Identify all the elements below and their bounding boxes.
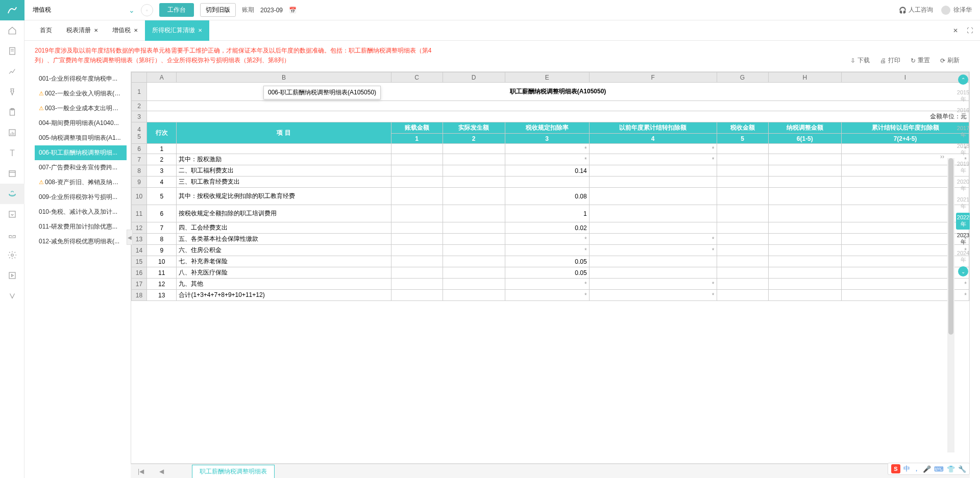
user-menu[interactable]: 徐泽华: [941, 6, 972, 15]
column-header[interactable]: I: [842, 72, 969, 83]
year-item[interactable]: 2023年: [956, 231, 970, 247]
ime-skin-icon[interactable]: 👕: [947, 465, 955, 473]
form-list-item[interactable]: ⚠008-资产折旧、摊销及纳税...: [35, 175, 127, 190]
data-cell[interactable]: [443, 279, 505, 290]
form-list-item[interactable]: 005-纳税调整项目明细表(A1...: [35, 131, 127, 145]
column-header[interactable]: H: [768, 72, 842, 83]
tab-close-icon[interactable]: ✕: [198, 28, 202, 33]
year-item[interactable]: 2024年: [956, 248, 970, 265]
sheet-tab[interactable]: 职工薪酬纳税调整明细表: [192, 465, 275, 478]
row-header[interactable]: 1: [132, 83, 147, 101]
data-cell[interactable]: 13: [147, 290, 177, 301]
data-cell[interactable]: [768, 256, 842, 267]
nav-inbox-icon[interactable]: [0, 224, 24, 245]
reset-button[interactable]: ↻重置: [911, 56, 930, 65]
data-cell[interactable]: [589, 222, 717, 234]
form-list-item[interactable]: 001-企业所得税年度纳税申...: [35, 71, 127, 86]
data-cell[interactable]: [768, 188, 842, 205]
data-cell[interactable]: [589, 177, 717, 188]
column-header[interactable]: G: [717, 72, 768, 83]
data-cell[interactable]: [717, 144, 768, 154]
data-cell[interactable]: *: [505, 245, 589, 256]
tab-3[interactable]: 所得税汇算清缴✕: [145, 20, 209, 41]
column-header[interactable]: D: [443, 72, 505, 83]
row-header[interactable]: 6: [132, 144, 147, 154]
data-cell[interactable]: [717, 234, 768, 245]
data-cell[interactable]: 0.02: [505, 222, 589, 234]
data-cell[interactable]: [768, 177, 842, 188]
data-cell[interactable]: 五、各类基本社会保障性缴款: [177, 234, 391, 245]
data-cell[interactable]: 9: [147, 245, 177, 256]
nav-clipboard-icon[interactable]: [0, 102, 24, 122]
data-cell[interactable]: [391, 165, 443, 177]
data-cell[interactable]: [589, 267, 717, 279]
data-cell[interactable]: *: [589, 144, 717, 154]
data-cell[interactable]: 1: [505, 205, 589, 222]
year-item[interactable]: 2019年: [956, 159, 970, 176]
data-cell[interactable]: *: [505, 279, 589, 290]
data-cell[interactable]: 2: [147, 154, 177, 165]
data-cell[interactable]: *: [589, 290, 717, 301]
download-button[interactable]: ⇩下载: [850, 56, 870, 65]
expand-arrows-icon[interactable]: ››: [940, 153, 944, 160]
column-header[interactable]: C: [391, 72, 443, 83]
data-cell[interactable]: [589, 205, 717, 222]
form-list-item[interactable]: 004-期间费用明细表(A1040...: [35, 116, 127, 131]
tab-2[interactable]: 增值税✕: [105, 20, 145, 41]
ime-mic-icon[interactable]: 🎤: [923, 465, 931, 473]
print-button[interactable]: 🖨打印: [880, 56, 900, 65]
tab-0[interactable]: 首页: [33, 20, 59, 41]
data-cell[interactable]: 0.05: [505, 256, 589, 267]
nav-report-icon[interactable]: [0, 122, 24, 143]
form-list-item[interactable]: 012-减免所得税优惠明细表(...: [35, 234, 127, 249]
year-item[interactable]: 2016年: [956, 106, 970, 122]
row-header[interactable]: 12: [132, 222, 147, 234]
row-header[interactable]: 15: [132, 256, 147, 267]
data-cell[interactable]: [768, 205, 842, 222]
data-cell[interactable]: [768, 154, 842, 165]
data-cell[interactable]: 11: [147, 267, 177, 279]
row-header[interactable]: 14: [132, 245, 147, 256]
data-cell[interactable]: *: [505, 234, 589, 245]
nav-v-icon[interactable]: [0, 286, 24, 306]
data-cell[interactable]: 4: [147, 177, 177, 188]
data-cell[interactable]: 0.05: [505, 267, 589, 279]
nav-play-icon[interactable]: [0, 265, 24, 286]
data-cell[interactable]: [443, 222, 505, 234]
row-header[interactable]: 13: [132, 234, 147, 245]
data-cell[interactable]: [768, 279, 842, 290]
data-cell[interactable]: [768, 165, 842, 177]
row-header[interactable]: 7: [132, 154, 147, 165]
column-header[interactable]: F: [589, 72, 717, 83]
row-header[interactable]: 3: [132, 111, 147, 122]
nav-home-icon[interactable]: [0, 20, 24, 41]
data-cell[interactable]: 其中：按税收规定比例扣除的职工教育经费: [177, 188, 391, 205]
year-item[interactable]: 2020年: [956, 177, 970, 194]
spreadsheet[interactable]: ABCDEFGHI1职工薪酬纳税调整明细表(A105050)23金额单位：元45…: [131, 71, 970, 464]
data-cell[interactable]: [768, 222, 842, 234]
collapse-handle[interactable]: ◀: [127, 230, 133, 245]
data-cell[interactable]: [391, 267, 443, 279]
nav-text-icon[interactable]: [0, 143, 24, 163]
data-cell[interactable]: *: [589, 234, 717, 245]
data-cell[interactable]: 0.14: [505, 165, 589, 177]
nav-bowl-icon[interactable]: [0, 184, 24, 204]
sheet-nav-prev[interactable]: ◀: [151, 468, 172, 475]
data-cell[interactable]: [443, 267, 505, 279]
nav-archive-icon[interactable]: [0, 204, 24, 224]
data-cell[interactable]: 四、工会经费支出: [177, 222, 391, 234]
data-cell[interactable]: 5: [147, 188, 177, 205]
data-cell[interactable]: 1: [147, 144, 177, 154]
data-cell[interactable]: [391, 188, 443, 205]
row-header[interactable]: 45: [132, 122, 147, 144]
calendar-icon[interactable]: 📅: [289, 7, 297, 14]
nav-chart-icon[interactable]: [0, 61, 24, 82]
data-cell[interactable]: [443, 154, 505, 165]
form-list-item[interactable]: ⚠002-一般企业收入明细表(A...: [35, 86, 127, 101]
data-cell[interactable]: [717, 245, 768, 256]
data-cell[interactable]: [391, 234, 443, 245]
data-cell[interactable]: *: [505, 290, 589, 301]
data-cell[interactable]: *: [589, 245, 717, 256]
year-item[interactable]: 2018年: [956, 141, 970, 158]
tax-type-selector[interactable]: 增值税 ⌄: [33, 6, 135, 14]
